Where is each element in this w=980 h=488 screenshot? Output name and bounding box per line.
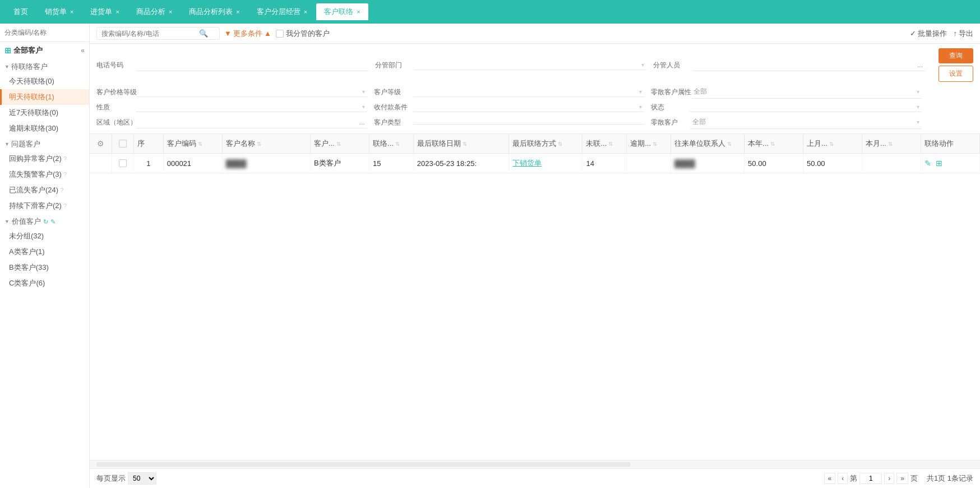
- customer-grade-arrow: ▾: [639, 89, 642, 95]
- th-lastway[interactable]: 最后联络方式 ⇅: [509, 134, 583, 154]
- sidebar-group-pending[interactable]: 待联络客户: [0, 59, 89, 73]
- my-customers-check[interactable]: [276, 30, 284, 38]
- sidebar-group-value[interactable]: 价值客户 ↻ ✎: [0, 214, 89, 228]
- edit-action-icon[interactable]: ✎: [924, 159, 931, 168]
- row-code: 000021: [167, 159, 191, 168]
- sidebar-item-churn-warning[interactable]: 流失预警客户(3) ?: [0, 167, 89, 182]
- customer-type-select[interactable]: [413, 121, 645, 125]
- sidebar-item-declining[interactable]: 持续下滑客户(2) ?: [0, 198, 89, 214]
- row-checkbox[interactable]: [119, 159, 127, 167]
- sidebar-item-class-c[interactable]: C类客户(6): [0, 275, 89, 291]
- help-icon-churn-warning: ?: [63, 171, 67, 178]
- sidebar-item-class-b[interactable]: B类客户(33): [0, 260, 89, 275]
- th-name[interactable]: 客户名称 ⇅: [222, 134, 310, 154]
- row-lastway[interactable]: 下销货单: [512, 159, 542, 167]
- payment-select[interactable]: ▾: [413, 102, 645, 112]
- customer-grade-field: 客户等级 ▾: [374, 87, 645, 97]
- th-uncontact[interactable]: 未联... ⇅: [583, 134, 627, 154]
- ungroup-label: 未分组(32): [9, 231, 44, 241]
- search-icon[interactable]: 🔍: [199, 29, 208, 38]
- my-customers-checkbox[interactable]: 我分管的客户: [276, 29, 330, 39]
- region-dots[interactable]: ...: [359, 118, 365, 126]
- batch-op-btn[interactable]: ✓ 批量操作: [910, 29, 947, 39]
- row-partner-cell: ████: [671, 154, 744, 173]
- adv-filter-row4: 区域（地区） ... 客户类型 零散客户 全部 ▾: [96, 116, 973, 129]
- nav-product-analysis[interactable]: 商品分析 ×: [128, 3, 180, 20]
- page-size-select[interactable]: 50 100 200: [128, 472, 156, 485]
- phone-input[interactable]: [136, 59, 368, 71]
- nav-product-list[interactable]: 商品分析列表 ×: [181, 3, 247, 20]
- more-filter-btn[interactable]: ▼ 更多条件 ▲: [224, 29, 271, 39]
- header-checkbox[interactable]: [119, 140, 127, 148]
- nav-sales[interactable]: 销货单 ×: [37, 3, 81, 20]
- table-footer: 每页显示 50 100 200 « ‹ 第 › » 页 共1页 1条记录: [90, 468, 980, 488]
- row-name[interactable]: ████: [226, 159, 247, 168]
- last-page-btn[interactable]: »: [896, 473, 908, 484]
- nav-sales-close[interactable]: ×: [70, 8, 73, 15]
- th-thismonth[interactable]: 本月... ⇅: [862, 134, 921, 154]
- region-select[interactable]: ...: [137, 117, 367, 128]
- prev-page-btn[interactable]: ‹: [838, 473, 848, 484]
- sidebar-item-tomorrow-contact[interactable]: 明天待联络(1): [0, 89, 89, 105]
- value-group-edit[interactable]: ✎: [50, 218, 56, 225]
- nav-customer-contact-close[interactable]: ×: [357, 8, 360, 15]
- customer-table: ⚙ 序 客户编码 ⇅: [90, 134, 980, 173]
- search-input[interactable]: [101, 30, 197, 38]
- scatter-attr-select[interactable]: 全部 ▾: [691, 85, 922, 99]
- status-select[interactable]: ▾: [690, 102, 922, 112]
- th-contact[interactable]: 联络... ⇅: [369, 134, 414, 154]
- horizontal-scrollbar[interactable]: [90, 460, 980, 468]
- row-seq-cell: 1: [134, 154, 163, 173]
- sidebar-all-customers[interactable]: ⊞ 全部客户 «: [0, 42, 89, 59]
- data-table-wrapper: ⚙ 序 客户编码 ⇅: [90, 134, 980, 460]
- row-check-cell[interactable]: [112, 154, 133, 173]
- nav-customer-tier-close[interactable]: ×: [304, 8, 307, 15]
- sidebar-collapse-icon[interactable]: «: [81, 47, 85, 54]
- manager-dots[interactable]: ...: [917, 61, 923, 69]
- sidebar-item-abnormal[interactable]: 回购异常客户(2) ?: [0, 151, 89, 167]
- nav-product-analysis-close[interactable]: ×: [169, 8, 172, 15]
- setting-btn[interactable]: 设置: [939, 66, 973, 82]
- th-check[interactable]: [112, 134, 133, 154]
- th-thisyear[interactable]: 本年... ⇅: [745, 134, 803, 154]
- th-lastmonth[interactable]: 上月... ⇅: [803, 134, 862, 154]
- scatter-customer-select[interactable]: 全部 ▾: [690, 116, 922, 129]
- th-lastdate[interactable]: 最后联络日期 ⇅: [413, 134, 509, 154]
- th-code[interactable]: 客户编码 ⇅: [163, 134, 222, 154]
- nav-customer-contact[interactable]: 客户联络 ×: [316, 3, 368, 20]
- nav-home[interactable]: 首页: [6, 3, 36, 20]
- nature-select[interactable]: ▾: [136, 102, 367, 112]
- column-settings-icon[interactable]: ⚙: [97, 139, 104, 148]
- customer-grade-select[interactable]: ▾: [413, 87, 645, 97]
- sidebar-item-week-contact[interactable]: 近7天待联络(0): [0, 105, 89, 121]
- scroll-thumb[interactable]: [96, 462, 631, 467]
- nav-purchase[interactable]: 进货单 ×: [82, 3, 127, 20]
- query-btn[interactable]: 查询: [939, 48, 973, 63]
- page-number-input[interactable]: [859, 473, 882, 484]
- first-page-btn[interactable]: «: [824, 473, 836, 484]
- th-partner[interactable]: 往来单位联系人 ⇅: [671, 134, 744, 154]
- pagination: « ‹ 第 › » 页: [824, 473, 918, 484]
- sidebar-group-problem[interactable]: 问题客户: [0, 136, 89, 151]
- nav-product-list-close[interactable]: ×: [236, 8, 239, 15]
- sidebar-item-today-contact[interactable]: 今天待联络(0): [0, 73, 89, 89]
- next-page-btn[interactable]: ›: [884, 473, 894, 484]
- sidebar-item-class-a[interactable]: A类客户(1): [0, 244, 89, 260]
- more-action-icon[interactable]: ⊞: [936, 159, 942, 168]
- manager-select[interactable]: ...: [692, 59, 925, 71]
- customer-type-label: 客户类型: [374, 118, 413, 127]
- sidebar-search-input[interactable]: [4, 29, 89, 36]
- export-btn[interactable]: ↑ 导出: [954, 29, 974, 39]
- price-grade-select[interactable]: ▾: [137, 87, 367, 97]
- sidebar-item-overdue-contact[interactable]: 逾期未联络(30): [0, 121, 89, 136]
- sidebar-item-churned[interactable]: 已流失客户(24) ?: [0, 182, 89, 198]
- value-group-refresh[interactable]: ↻: [43, 218, 48, 225]
- nature-field: 性质 ▾: [96, 102, 367, 112]
- th-settings[interactable]: ⚙: [90, 134, 112, 154]
- sidebar-item-ungroup[interactable]: 未分组(32): [0, 228, 89, 244]
- nav-customer-tier[interactable]: 客户分层经营 ×: [249, 3, 315, 20]
- th-overdue[interactable]: 逾期... ⇅: [627, 134, 671, 154]
- nav-purchase-close[interactable]: ×: [115, 8, 119, 15]
- dept-select[interactable]: ▾: [414, 60, 647, 70]
- th-type[interactable]: 客户... ⇅: [311, 134, 369, 154]
